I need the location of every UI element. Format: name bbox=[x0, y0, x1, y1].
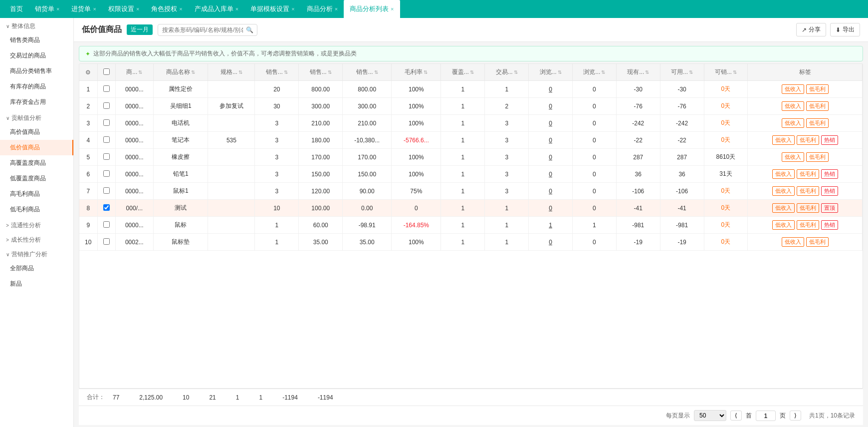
checkbox-column-header[interactable] bbox=[97, 64, 115, 81]
row-checkbox[interactable] bbox=[97, 166, 115, 183]
row-browse1[interactable]: 0 bbox=[529, 234, 573, 251]
nav-role-auth[interactable]: 角色授权 × bbox=[145, 0, 188, 18]
row-checkbox[interactable] bbox=[97, 200, 115, 217]
date-range-button[interactable]: 近一月 bbox=[127, 24, 153, 35]
sort-icon[interactable]: ⇅ bbox=[328, 69, 332, 75]
row-checkbox[interactable] bbox=[97, 98, 115, 115]
row-checkbox[interactable] bbox=[97, 81, 115, 98]
row-select-checkbox[interactable] bbox=[103, 204, 110, 211]
sidebar-item-new-goods[interactable]: 新品 bbox=[0, 276, 73, 292]
row-select-checkbox[interactable] bbox=[103, 102, 110, 109]
next-page-button[interactable]: ⟩ bbox=[790, 411, 801, 421]
row-select-checkbox[interactable] bbox=[103, 221, 110, 228]
nav-permission-settings[interactable]: 权限设置 × bbox=[102, 0, 145, 18]
nav-close-icon[interactable]: × bbox=[93, 6, 96, 12]
nav-product-analysis[interactable]: 商品分析 × bbox=[301, 0, 344, 18]
per-page-select[interactable]: 50 100 200 bbox=[694, 410, 726, 421]
row-sales-cost: -10,380... bbox=[343, 132, 392, 149]
sidebar-item-high-value[interactable]: 高价值商品 bbox=[0, 124, 73, 140]
sidebar-item-traded-goods[interactable]: 交易过的商品 bbox=[0, 48, 73, 63]
sort-icon[interactable]: ⇅ bbox=[284, 69, 288, 75]
sidebar-group-growth[interactable]: > 成长性分析 bbox=[0, 232, 73, 246]
settings-column-header[interactable]: ⚙ bbox=[79, 64, 97, 81]
row-checkbox[interactable] bbox=[97, 217, 115, 234]
row-select-checkbox[interactable] bbox=[103, 136, 110, 143]
sort-icon[interactable]: ⇅ bbox=[733, 69, 737, 75]
sidebar-item-low-margin[interactable]: 低毛利商品 bbox=[0, 202, 73, 217]
row-select-checkbox[interactable] bbox=[103, 238, 110, 245]
sort-icon[interactable]: ⇅ bbox=[558, 69, 562, 75]
row-gross-margin: 100% bbox=[392, 149, 441, 166]
sidebar-item-low-coverage[interactable]: 低覆盖度商品 bbox=[0, 171, 73, 186]
sidebar-group-marketing[interactable]: ∨ 营销推广分析 bbox=[0, 246, 73, 261]
nav-close-active-icon[interactable]: × bbox=[391, 6, 394, 12]
sort-icon[interactable]: ⇅ bbox=[191, 69, 195, 75]
row-browse1[interactable]: 0 bbox=[529, 166, 573, 183]
sort-icon[interactable]: ⇅ bbox=[470, 69, 474, 75]
row-browse1[interactable]: 0 bbox=[529, 98, 573, 115]
sort-icon[interactable]: ⇅ bbox=[689, 69, 693, 75]
row-sales-qty: 3 bbox=[255, 115, 299, 132]
sort-icon[interactable]: ⇅ bbox=[238, 69, 242, 75]
sidebar-group-contribution[interactable]: ∨ 贡献值分析 bbox=[0, 110, 73, 124]
row-select-checkbox[interactable] bbox=[103, 119, 110, 126]
row-browse1[interactable]: 0 bbox=[529, 132, 573, 149]
select-all-checkbox[interactable] bbox=[103, 68, 110, 75]
nav-close-icon[interactable]: × bbox=[136, 6, 139, 12]
nav-product-inbound[interactable]: 产成品入库单 × bbox=[189, 0, 244, 18]
sidebar-group-flow[interactable]: > 流通性分析 bbox=[0, 217, 73, 232]
nav-sales-order[interactable]: 销货单 × bbox=[29, 0, 65, 18]
row-browse1[interactable]: 0 bbox=[529, 81, 573, 98]
nav-home[interactable]: 首页 bbox=[4, 0, 29, 18]
sidebar-item-stock-capital[interactable]: 库存资金占用 bbox=[0, 94, 73, 110]
sidebar-group-overall[interactable]: ∨ 整体信息 bbox=[0, 18, 73, 32]
export-button[interactable]: ⬇ 导出 bbox=[830, 23, 860, 36]
row-browse1[interactable]: 0 bbox=[529, 183, 573, 200]
nav-close-icon[interactable]: × bbox=[235, 6, 238, 12]
nav-template-settings[interactable]: 单据模板设置 × bbox=[244, 0, 300, 18]
nav-product-analysis-list[interactable]: 商品分析列表 × bbox=[344, 0, 400, 18]
page-number-input[interactable] bbox=[756, 411, 776, 421]
first-page-button[interactable]: ⟨ bbox=[730, 411, 742, 421]
sidebar-item-sales-goods[interactable]: 销售类商品 bbox=[0, 32, 73, 48]
row-checkbox[interactable] bbox=[97, 132, 115, 149]
table-container[interactable]: ⚙ 商...⇅ 商品名称⇅ 规格...⇅ 销售...⇅ 销售...⇅ 销售...… bbox=[79, 63, 863, 389]
sort-icon[interactable]: ⇅ bbox=[601, 69, 605, 75]
nav-close-icon[interactable]: × bbox=[335, 6, 338, 12]
row-checkbox[interactable] bbox=[97, 115, 115, 132]
row-browse1[interactable]: 0 bbox=[529, 115, 573, 132]
sidebar-item-high-margin[interactable]: 高毛利商品 bbox=[0, 186, 73, 202]
search-wrap: 🔍 bbox=[158, 24, 257, 36]
row-select-checkbox[interactable] bbox=[103, 170, 110, 177]
sort-icon[interactable]: ⇅ bbox=[424, 69, 428, 75]
sidebar-item-stocked-goods[interactable]: 有库存的商品 bbox=[0, 79, 73, 94]
sidebar-item-high-coverage[interactable]: 高覆盖度商品 bbox=[0, 155, 73, 171]
tag-badge: 低毛利 bbox=[797, 220, 819, 230]
sort-icon[interactable]: ⇅ bbox=[645, 69, 649, 75]
search-icon[interactable]: 🔍 bbox=[246, 26, 253, 33]
settings-icon[interactable]: ⚙ bbox=[85, 69, 91, 76]
sort-icon[interactable]: ⇅ bbox=[138, 69, 142, 75]
row-checkbox[interactable] bbox=[97, 183, 115, 200]
share-button[interactable]: ↗ 分享 bbox=[796, 23, 826, 36]
sort-icon[interactable]: ⇅ bbox=[374, 69, 378, 75]
share-icon: ↗ bbox=[802, 26, 807, 33]
row-select-checkbox[interactable] bbox=[103, 85, 110, 92]
sort-icon[interactable]: ⇅ bbox=[514, 69, 518, 75]
sidebar-item-category-rate[interactable]: 商品分类销售率 bbox=[0, 63, 73, 79]
row-browse1[interactable]: 0 bbox=[529, 149, 573, 166]
row-checkbox[interactable] bbox=[97, 234, 115, 251]
nav-close-icon[interactable]: × bbox=[179, 6, 182, 12]
nav-close-icon[interactable]: × bbox=[291, 6, 294, 12]
sidebar-item-all-goods[interactable]: 全部商品 bbox=[0, 261, 73, 276]
row-select-checkbox[interactable] bbox=[103, 153, 110, 160]
nav-purchase-order[interactable]: 进货单 × bbox=[65, 0, 102, 18]
row-checkbox[interactable] bbox=[97, 149, 115, 166]
row-browse1[interactable]: 1 bbox=[529, 217, 573, 234]
search-input[interactable] bbox=[158, 24, 257, 36]
row-select-checkbox[interactable] bbox=[103, 187, 110, 194]
row-browse1[interactable]: 0 bbox=[529, 200, 573, 217]
nav-close-icon[interactable]: × bbox=[56, 6, 59, 12]
sidebar-item-low-value[interactable]: 低价值商品 bbox=[0, 140, 73, 155]
row-browse2: 0 bbox=[572, 166, 616, 183]
